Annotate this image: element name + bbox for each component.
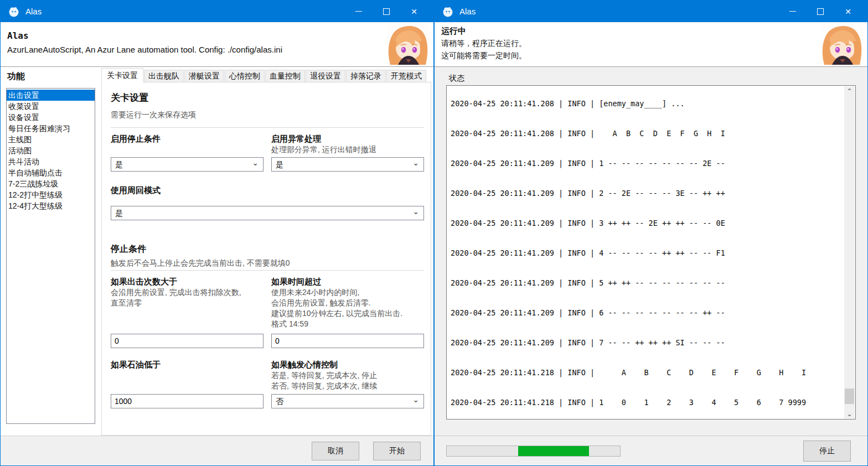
app-title: Alas: [7, 30, 29, 41]
close-button[interactable]: ✕: [834, 1, 862, 22]
log-line: 2020-04-25 20:11:41.209 | INFO | 5 ++ ++…: [451, 278, 843, 288]
close-icon: ✕: [411, 7, 417, 16]
sidebar-item[interactable]: 收菜设置: [7, 101, 95, 112]
if-count-input[interactable]: [111, 334, 264, 348]
sidebar-heading: 功能: [7, 71, 25, 82]
chevron-down-icon: ⌄: [252, 157, 259, 169]
if-emotion-select[interactable]: 否 ⌄: [271, 394, 424, 408]
maximize-icon: [817, 8, 824, 15]
screen: Alas ✕ Alas AzurLaneAutoScript, An Azur …: [0, 0, 868, 466]
minimize-icon: [789, 11, 796, 12]
tab[interactable]: 关卡设置: [101, 68, 143, 82]
tab-panel-stage-settings: 关卡设置 需要运行一次来保存选项 启用停止条件 启用异常处理 处理部分异常, 运…: [101, 82, 431, 436]
app-header: 运行中 请稍等，程序正在运行。 这可能将需要一定时间。: [435, 22, 867, 67]
log-line: 2020-04-25 20:11:41.209 | INFO | 2 -- 2E…: [451, 188, 843, 198]
window-controls: ✕: [345, 1, 428, 22]
field-desc: [111, 370, 264, 391]
progress-fill: [518, 446, 589, 456]
log-scrollbar[interactable]: ⌃ ⌄: [844, 86, 855, 418]
tab[interactable]: 开荒模式: [386, 70, 426, 82]
minimize-icon: [355, 11, 362, 12]
tabstrip: 关卡设置 出击舰队 潜艇设置 心情控制 血量控制 退役设置 掉落记录 开荒模式: [101, 68, 427, 82]
section-desc: 触发后不会马上停止会先完成当前出击, 不需要就填0: [111, 258, 424, 268]
avatar: [387, 24, 429, 65]
status-panel: 状态 2020-04-25 20:11:41.208 | INFO | [ene…: [435, 67, 867, 465]
sidebar-item[interactable]: 主线图: [7, 134, 95, 145]
app-subtitle: AzurLaneAutoScript, An Azur Lane automat…: [7, 45, 282, 54]
tab[interactable]: 掉落记录: [346, 70, 386, 82]
app-logo-icon: [442, 6, 454, 18]
maximize-icon: [383, 8, 390, 15]
log-line: 2020-04-25 20:11:41.209 | INFO | 1 -- --…: [451, 158, 843, 168]
cancel-button[interactable]: 取消: [312, 442, 359, 460]
progress-bar: [446, 446, 621, 457]
tab[interactable]: 潜艇设置: [184, 70, 224, 82]
field-label-if-count: 如果出击次数大于: [111, 276, 264, 287]
sidebar-item[interactable]: 共斗活动: [7, 156, 95, 167]
tab[interactable]: 出击舰队: [144, 70, 184, 82]
enable-stop-select[interactable]: 是 ⌄: [111, 157, 264, 172]
stop-button[interactable]: 停止: [803, 441, 851, 462]
running-line1: 请稍等，程序正在运行。: [441, 39, 526, 49]
window-title: Alas: [25, 7, 42, 16]
app-logo-icon: [8, 6, 20, 18]
close-button[interactable]: ✕: [400, 1, 428, 22]
scrollbar-down-icon[interactable]: ⌄: [844, 409, 855, 418]
function-listbox: 出击设置 收菜设置 设备设置 每日任务困难演习 主线图 活动图 共斗活动 半自动…: [6, 88, 95, 424]
sidebar-item[interactable]: 每日任务困难演习: [7, 123, 95, 134]
sidebar-item[interactable]: 12-4打大型练级: [7, 200, 95, 211]
log-line: 2020-04-25 20:11:41.209 | INFO | 6 -- --…: [451, 308, 843, 318]
sidebar-item[interactable]: 出击设置: [7, 90, 95, 101]
loop-mode-select[interactable]: 是 ⌄: [111, 206, 424, 220]
log-line: 2020-04-25 20:11:41.209 | INFO | 7 -- --…: [451, 338, 843, 348]
scrollbar-up-icon[interactable]: ⌃: [844, 86, 855, 96]
log-line: 2020-04-25 20:11:41.209 | INFO | 4 -- --…: [451, 248, 843, 258]
field-desc: 处理部分异常, 运行出错时撤退: [271, 144, 424, 155]
log-line: 2020-04-25 20:11:41.218 | INFO | 1 0 1 2…: [451, 397, 843, 407]
close-icon: ✕: [845, 7, 851, 16]
if-oil-input[interactable]: [111, 394, 264, 408]
sidebar-item[interactable]: 7-2三战拣垃圾: [7, 178, 95, 189]
field-label-if-time: 如果时间超过: [271, 276, 424, 287]
panel-subtitle: 需要运行一次来保存选项: [111, 110, 424, 120]
scrollbar-thumb[interactable]: [845, 389, 854, 404]
log-line: 2020-04-25 20:11:41.208 | INFO | [enemy_…: [451, 99, 843, 108]
tab[interactable]: 心情控制: [225, 70, 265, 82]
start-button[interactable]: 开始: [373, 442, 421, 460]
log-output[interactable]: 2020-04-25 20:11:41.208 | INFO | [enemy_…: [446, 85, 856, 420]
field-label-loop-mode: 使用周回模式: [111, 185, 424, 196]
avatar: [821, 24, 863, 65]
log-line: 2020-04-25 20:11:41.208 | INFO | A B C D…: [451, 128, 843, 138]
log-line: 2020-04-25 20:11:41.218 | INFO | A B C D…: [451, 367, 843, 377]
window-settings: Alas ✕ Alas AzurLaneAutoScript, An Azur …: [0, 0, 434, 466]
sidebar-item[interactable]: 半自动辅助点击: [7, 167, 95, 178]
minimize-button[interactable]: [779, 1, 807, 22]
if-time-input[interactable]: [271, 334, 424, 348]
log-line: 2020-04-25 20:11:41.209 | INFO | 3 ++ ++…: [451, 218, 843, 228]
chevron-down-icon: ⌄: [412, 157, 419, 169]
maximize-button[interactable]: [373, 1, 400, 22]
field-label-if-emotion: 如果触发心情控制: [271, 359, 424, 370]
sidebar-item[interactable]: 设备设置: [7, 112, 95, 123]
field-label-enable-exception: 启用异常处理: [271, 133, 424, 144]
tab[interactable]: 退役设置: [306, 70, 345, 82]
window-running: Alas ✕ 运行中 请稍等，程序正在运行。 这可能将需要一定时间。: [434, 0, 868, 466]
chevron-down-icon: ⌄: [412, 206, 419, 218]
field-desc: [111, 144, 264, 155]
field-label-if-oil: 如果石油低于: [111, 359, 264, 370]
titlebar[interactable]: Alas ✕: [1, 1, 433, 22]
footer-bar: 取消 开始: [1, 436, 433, 465]
panel-title: 关卡设置: [111, 91, 424, 104]
running-title: 运行中: [441, 26, 466, 37]
field-label-enable-stop: 启用停止条件: [111, 133, 264, 144]
enable-exception-select[interactable]: 是 ⌄: [271, 157, 424, 172]
sidebar-item[interactable]: 12-2打中型练级: [7, 189, 95, 200]
field-desc: 若是, 等待回复, 完成本次, 停止 若否, 等待回复, 完成本次, 继续: [271, 370, 424, 391]
minimize-button[interactable]: [345, 1, 373, 22]
running-line2: 这可能将需要一定时间。: [441, 51, 526, 61]
sidebar-item[interactable]: 活动图: [7, 145, 95, 156]
titlebar[interactable]: Alas ✕: [435, 1, 867, 22]
log-lines: 2020-04-25 20:11:41.208 | INFO | [enemy_…: [451, 85, 843, 420]
maximize-button[interactable]: [807, 1, 834, 22]
tab[interactable]: 血量控制: [265, 70, 305, 82]
